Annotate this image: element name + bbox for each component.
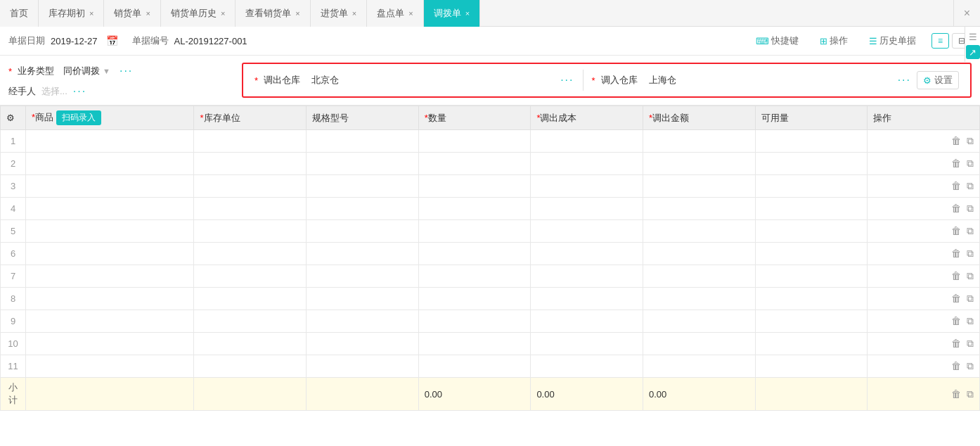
- qty-cell[interactable]: [418, 355, 531, 378]
- business-type-select[interactable]: 同价调拨 ▼: [60, 63, 114, 79]
- copy-icon[interactable]: ⧉: [967, 293, 974, 304]
- delete-icon[interactable]: 🗑: [951, 270, 961, 281]
- delete-icon[interactable]: 🗑: [951, 338, 961, 349]
- tab-sales-order-close[interactable]: ×: [146, 9, 150, 18]
- amount-cell[interactable]: [643, 175, 756, 198]
- tab-purchase-order-close[interactable]: ×: [352, 9, 356, 18]
- cost-cell[interactable]: [531, 310, 643, 333]
- cost-cell[interactable]: [531, 130, 643, 153]
- product-cell[interactable]: [26, 175, 194, 198]
- product-cell[interactable]: [26, 355, 194, 378]
- copy-icon[interactable]: ⧉: [967, 360, 974, 371]
- product-cell[interactable]: [26, 333, 194, 355]
- sidebar-list-icon[interactable]: ☰: [966, 30, 980, 44]
- qty-cell[interactable]: [418, 288, 531, 310]
- amount-cell[interactable]: [643, 355, 756, 378]
- cost-cell[interactable]: [531, 198, 643, 220]
- product-cell[interactable]: [26, 243, 194, 265]
- list-view-button[interactable]: ≡: [931, 33, 949, 49]
- amount-cell[interactable]: [643, 153, 756, 175]
- cost-cell[interactable]: [531, 288, 643, 310]
- qty-cell[interactable]: [418, 333, 531, 355]
- amount-cell[interactable]: [643, 220, 756, 243]
- amount-cell[interactable]: [643, 130, 756, 153]
- unit-cell[interactable]: [194, 175, 307, 198]
- handler-more[interactable]: ···: [73, 85, 86, 98]
- subtotal-delete-icon[interactable]: 🗑: [951, 388, 961, 400]
- avail-cell[interactable]: [755, 288, 868, 310]
- amount-cell[interactable]: [643, 310, 756, 333]
- unit-cell[interactable]: [194, 130, 307, 153]
- amount-cell[interactable]: [643, 198, 756, 220]
- qty-cell[interactable]: [418, 153, 531, 175]
- unit-cell[interactable]: [194, 333, 307, 355]
- tab-inventory-init[interactable]: 库存期初 ×: [39, 0, 104, 27]
- business-type-more[interactable]: ···: [120, 65, 133, 77]
- avail-cell[interactable]: [755, 153, 868, 175]
- qty-cell[interactable]: [418, 220, 531, 243]
- qty-cell[interactable]: [418, 243, 531, 265]
- tab-transfer-close[interactable]: ×: [465, 9, 470, 18]
- amount-cell[interactable]: [643, 288, 756, 310]
- qty-cell[interactable]: [418, 265, 531, 288]
- scan-button[interactable]: 扫码录入: [56, 110, 101, 125]
- product-cell[interactable]: [26, 265, 194, 288]
- cost-cell[interactable]: [531, 265, 643, 288]
- copy-icon[interactable]: ⧉: [967, 203, 974, 214]
- cost-cell[interactable]: [531, 243, 643, 265]
- unit-cell[interactable]: [194, 153, 307, 175]
- copy-icon[interactable]: ⧉: [967, 225, 974, 236]
- copy-icon[interactable]: ⧉: [967, 270, 974, 281]
- tab-sales-history-close[interactable]: ×: [221, 9, 225, 18]
- col-gear-header[interactable]: ⚙: [1, 106, 26, 130]
- copy-icon[interactable]: ⧉: [967, 338, 974, 349]
- qty-cell[interactable]: [418, 310, 531, 333]
- avail-cell[interactable]: [755, 130, 868, 153]
- spec-cell[interactable]: [307, 198, 419, 220]
- product-cell[interactable]: [26, 310, 194, 333]
- delete-icon[interactable]: 🗑: [951, 158, 961, 169]
- spec-cell[interactable]: [307, 265, 419, 288]
- product-cell[interactable]: [26, 130, 194, 153]
- calendar-icon[interactable]: 📅: [106, 35, 118, 46]
- spec-cell[interactable]: [307, 243, 419, 265]
- tab-home[interactable]: 首页: [0, 0, 39, 27]
- delete-icon[interactable]: 🗑: [951, 248, 961, 259]
- spec-cell[interactable]: [307, 355, 419, 378]
- cost-cell[interactable]: [531, 333, 643, 355]
- unit-cell[interactable]: [194, 220, 307, 243]
- delete-icon[interactable]: 🗑: [951, 203, 961, 214]
- window-close-button[interactable]: ×: [953, 0, 980, 27]
- qty-cell[interactable]: [418, 175, 531, 198]
- unit-cell[interactable]: [194, 288, 307, 310]
- copy-icon[interactable]: ⧉: [967, 248, 974, 259]
- sidebar-export-icon[interactable]: ↗: [966, 45, 980, 59]
- spec-cell[interactable]: [307, 130, 419, 153]
- product-cell[interactable]: [26, 153, 194, 175]
- avail-cell[interactable]: [755, 265, 868, 288]
- history-button[interactable]: ☰ 历史单据: [863, 32, 922, 49]
- copy-icon[interactable]: ⧉: [967, 180, 974, 191]
- unit-cell[interactable]: [194, 265, 307, 288]
- cost-cell[interactable]: [531, 355, 643, 378]
- product-cell[interactable]: [26, 198, 194, 220]
- delete-icon[interactable]: 🗑: [951, 293, 961, 304]
- delete-icon[interactable]: 🗑: [951, 225, 961, 236]
- warehouse-in-more[interactable]: ···: [898, 74, 911, 87]
- cost-cell[interactable]: [531, 153, 643, 175]
- amount-cell[interactable]: [643, 333, 756, 355]
- avail-cell[interactable]: [755, 198, 868, 220]
- copy-icon[interactable]: ⧉: [967, 315, 974, 326]
- avail-cell[interactable]: [755, 333, 868, 355]
- table-gear-icon[interactable]: ⚙: [6, 113, 15, 123]
- spec-cell[interactable]: [307, 310, 419, 333]
- avail-cell[interactable]: [755, 310, 868, 333]
- delete-icon[interactable]: 🗑: [951, 360, 961, 371]
- amount-cell[interactable]: [643, 265, 756, 288]
- unit-cell[interactable]: [194, 355, 307, 378]
- qty-cell[interactable]: [418, 198, 531, 220]
- delete-icon[interactable]: 🗑: [951, 135, 961, 146]
- spec-cell[interactable]: [307, 153, 419, 175]
- tab-view-sales-close[interactable]: ×: [295, 9, 299, 18]
- unit-cell[interactable]: [194, 243, 307, 265]
